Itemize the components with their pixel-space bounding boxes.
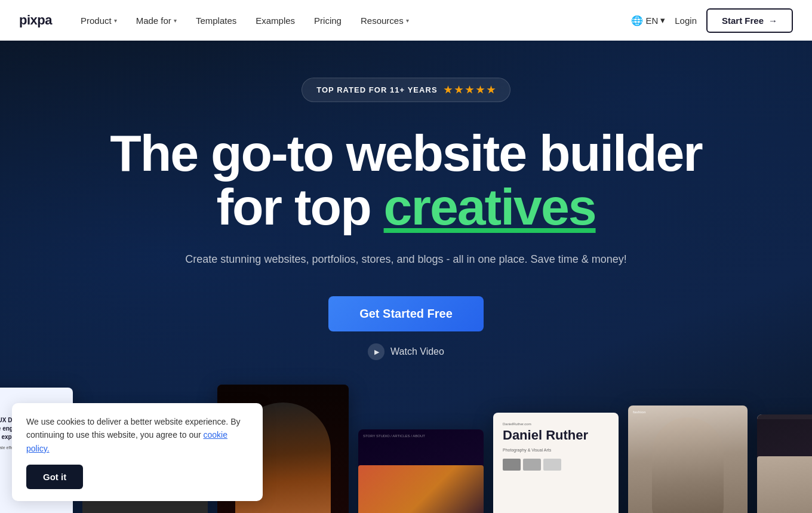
rating-badge: TOP RATED FOR 11+ YEARS ★ ★ ★ ★ ★ — [302, 78, 510, 102]
arrow-icon: → — [768, 16, 777, 26]
hero-title: The go-to website builder for top creati… — [90, 126, 722, 234]
chevron-down-icon: ▾ — [406, 17, 409, 24]
nav-item-pricing[interactable]: Pricing — [307, 11, 349, 30]
star-rating: ★ ★ ★ ★ ★ — [444, 84, 496, 96]
nav-links: Product ▾ Made for ▾ Templates Examples … — [73, 11, 416, 30]
preview-card-fashion-woman: fashion — [628, 406, 748, 513]
language-selector[interactable]: 🌐 EN ▾ — [631, 15, 665, 26]
nav-item-product[interactable]: Product ▾ — [73, 11, 124, 30]
cta-section: Get Started Free ▶ Watch Video — [90, 296, 722, 360]
hero-content: TOP RATED FOR 11+ YEARS ★ ★ ★ ★ ★ The go… — [78, 78, 734, 396]
star-2: ★ — [454, 84, 463, 96]
preview-card-daniel: DanielRuther.com Daniel Ruther Photograp… — [493, 413, 619, 513]
logo[interactable]: pixpa — [19, 13, 52, 28]
navbar: pixpa Product ▾ Made for ▾ Templates Exa… — [0, 0, 812, 41]
play-icon: ▶ — [368, 343, 385, 360]
login-link[interactable]: Login — [675, 16, 697, 26]
cookie-accept-button[interactable]: Got it — [26, 465, 83, 489]
star-1: ★ — [444, 84, 453, 96]
badge-text: TOP RATED FOR 11+ YEARS — [316, 85, 437, 94]
nav-item-templates[interactable]: Templates — [189, 11, 244, 30]
preview-card-sports: STORY STUDIO / ARTICLES / ABOUT ARTICLES — [358, 429, 484, 513]
globe-icon: 🌐 — [631, 15, 643, 26]
watch-video-link[interactable]: ▶ Watch Video — [368, 343, 444, 360]
nav-item-resources[interactable]: Resources ▾ — [353, 11, 416, 30]
get-started-button[interactable]: Get Started Free — [328, 296, 484, 331]
hero-subtitle: Create stunning websites, portfolios, st… — [90, 251, 722, 268]
chevron-down-icon: ▾ — [174, 17, 177, 24]
star-5: ★ — [487, 84, 496, 96]
preview-card-adrine: Adrine Williams — [757, 414, 812, 513]
nav-right: 🌐 EN ▾ Login Start Free → — [631, 8, 793, 33]
chevron-down-icon: ▾ — [114, 17, 117, 24]
star-4: ★ — [476, 84, 485, 96]
nav-left: pixpa Product ▾ Made for ▾ Templates Exa… — [19, 11, 416, 30]
cookie-text: We use cookies to deliver a better websi… — [26, 415, 248, 455]
nav-item-examples[interactable]: Examples — [248, 11, 302, 30]
cookie-banner: We use cookies to deliver a better websi… — [12, 403, 263, 501]
nav-item-made-for[interactable]: Made for ▾ — [129, 11, 184, 30]
start-free-button[interactable]: Start Free → — [706, 8, 793, 33]
star-3: ★ — [465, 84, 474, 96]
chevron-down-icon: ▾ — [660, 15, 665, 26]
